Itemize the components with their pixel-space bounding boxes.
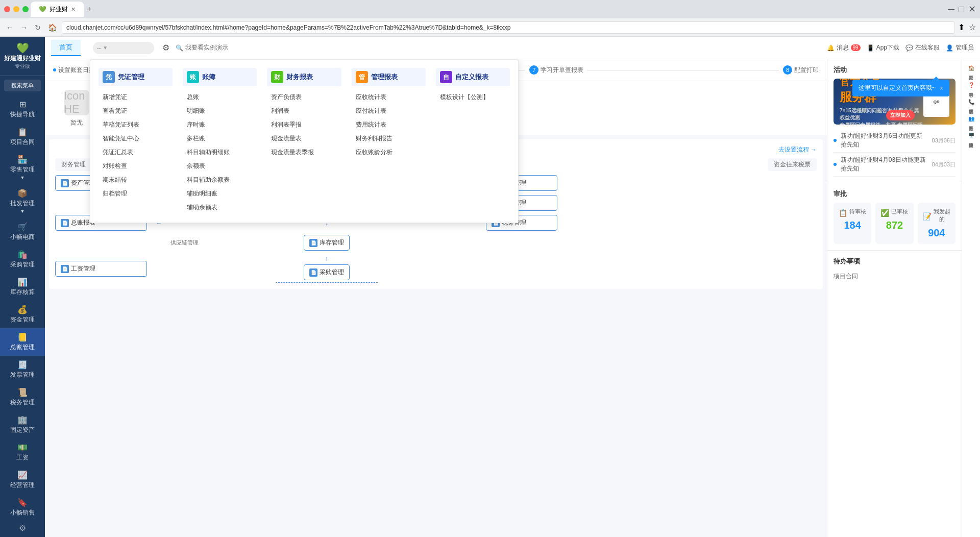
supply-chain-label: 供应链管理 <box>170 239 262 247</box>
bookmark-icon[interactable]: ☆ <box>969 22 976 32</box>
sidebar-item-label: 小畅销售 <box>10 508 35 517</box>
window-max-btn[interactable] <box>22 6 29 12</box>
window-close-btn[interactable] <box>4 6 10 12</box>
menu-item-aux-detail[interactable]: 辅助明细账 <box>183 187 257 201</box>
menu-item-period-close[interactable]: 期末结转 <box>99 173 173 187</box>
sidebar-item-general-ledger[interactable]: 📒 总账管理 <box>0 328 45 356</box>
menu-item-profit-report[interactable]: 财务利润报告 <box>352 132 426 145</box>
sidebar-item-label: 固定资产 <box>10 426 35 434</box>
notification-btn[interactable]: 🔔 消息 99 <box>827 43 861 52</box>
window-restore[interactable]: □ <box>959 4 964 15</box>
header-actions: 🔔 消息 99 📱 App下载 💬 在线客服 👤 管理员 <box>827 43 974 52</box>
menu-item-subject-aux-detail[interactable]: 科目辅助明细账 <box>183 145 257 159</box>
menu-item-balance-sheet[interactable]: 资产负债表 <box>267 90 341 104</box>
menu-item-archive[interactable]: 归档管理 <box>99 187 173 201</box>
window-controls[interactable] <box>4 6 29 12</box>
sidebar-item-finance[interactable]: 💰 资金管理 <box>0 301 45 328</box>
menu-item-new-voucher[interactable]: 新增凭证 <box>99 90 173 104</box>
new-tab-btn[interactable]: + <box>84 5 94 14</box>
pending-header: 📋 待审核 <box>839 208 866 217</box>
news-item-2[interactable]: 新功能|好业财4月03日功能更新抢先知 04月03日 <box>834 153 955 177</box>
window-min-btn[interactable] <box>13 6 19 12</box>
inventory-col: 📄 库存管理 <box>286 235 368 251</box>
sidebar-item-ecommerce[interactable]: 🛒 小畅电商 <box>0 218 45 246</box>
tab-close-btn[interactable]: ✕ <box>71 6 76 13</box>
sidebar-item-small-sales[interactable]: 🔖 小畅销售 <box>0 494 45 519</box>
inventory-mgmt-node[interactable]: 📄 库存管理 <box>304 235 350 251</box>
right-sidebar-desktop[interactable]: 🖥️ 桌面快捷 <box>968 131 974 141</box>
menu-item-cashflow[interactable]: 现金流量表 <box>267 132 341 145</box>
join-btn[interactable]: 立即加入 <box>886 110 915 120</box>
join-label: 立即加入 <box>886 110 915 120</box>
menu-item-income-stmt[interactable]: 利润表 <box>267 104 341 118</box>
purchase-mgmt-node[interactable]: 📄 采购管理 <box>304 264 350 280</box>
tab-home[interactable]: 首页 <box>51 40 81 56</box>
sidebar-item-retail[interactable]: 🏪 零售管理 ▼ <box>0 151 45 184</box>
menu-item-income-quarterly[interactable]: 利润表季报 <box>267 118 341 132</box>
header-search-demo[interactable]: 🔍 我要看实例演示 <box>176 43 228 52</box>
menu-item-cost-stats[interactable]: 费用统计表 <box>352 118 426 132</box>
menu-item-multi-col-ledger[interactable]: 多栏账 <box>183 132 257 145</box>
salary-mgmt-node[interactable]: 📄 工资管理 <box>55 261 147 277</box>
community-icon: 👥 <box>968 116 974 121</box>
menu-item-ap-stats[interactable]: 应付统计表 <box>352 104 426 118</box>
approval-card-approved[interactable]: ✅ 已审核 872 <box>875 203 913 244</box>
sidebar-item-wholesale[interactable]: 📦 批发管理 ▼ <box>0 184 45 218</box>
approval-card-pending[interactable]: 📋 待审核 184 <box>834 203 871 244</box>
window-minimize[interactable]: ─ <box>948 4 954 15</box>
menu-item-draft-voucher[interactable]: 草稿凭证列表 <box>99 118 173 132</box>
right-sidebar-home-settings[interactable]: 🏠 首页设置 <box>968 63 974 74</box>
address-input[interactable] <box>62 21 955 34</box>
menu-item-cashflow-quarterly[interactable]: 现金流量表季报 <box>267 145 341 159</box>
menu-item-ar-stats[interactable]: 应收统计表 <box>352 90 426 104</box>
menu-item-sequence-ledger[interactable]: 序时账 <box>183 118 257 132</box>
menu-item-voucher-summary[interactable]: 凭证汇总表 <box>99 145 173 159</box>
nav-refresh[interactable]: ↻ <box>33 22 43 33</box>
nav-back[interactable]: ← <box>4 22 15 33</box>
app-container: 💚 好建通好业财 专业版 搜索菜单 ⊞ 快捷导航 📋 项目合同 🏪 零售管理 ▼… <box>0 37 980 537</box>
icon-label-1: 暂无 <box>70 118 83 127</box>
sidebar-item-fixed-assets[interactable]: 🏢 固定资产 <box>0 411 45 438</box>
menu-item-ar-aging[interactable]: 应收账龄分析 <box>352 145 426 159</box>
cast-icon[interactable]: ⬆ <box>958 22 965 32</box>
settings-gear-icon[interactable]: ⚙ <box>162 43 169 53</box>
approval-card-my-initiated[interactable]: 📝 我发起的 904 <box>918 203 955 244</box>
online-service-btn[interactable]: 💬 在线客服 <box>905 43 940 52</box>
menu-item-general-ledger[interactable]: 总账 <box>183 90 257 104</box>
goto-flow-link[interactable]: 去设置流程 → <box>778 145 817 154</box>
pending-item[interactable]: 项目合同 <box>834 270 955 283</box>
menu-item-subject-aux-balance[interactable]: 科目辅助余额表 <box>183 173 257 187</box>
news-date-1: 03月06日 <box>932 137 955 144</box>
notify-close-btn[interactable]: × <box>940 85 943 92</box>
user-profile-btn[interactable]: 👤 管理员 <box>946 43 974 52</box>
sidebar-item-purchase[interactable]: 🛍️ 采购管理 <box>0 246 45 273</box>
right-sidebar-hotline[interactable]: 📞 客服热线 <box>968 97 974 108</box>
sidebar-item-invoice[interactable]: 🧾 发票管理 <box>0 356 45 383</box>
menu-item-view-voucher[interactable]: 查看凭证 <box>99 104 173 118</box>
active-tab[interactable]: 💚 好业财 ✕ <box>31 2 84 17</box>
menu-item-balance[interactable]: 余额表 <box>183 159 257 173</box>
nav-home[interactable]: 🏠 <box>46 22 59 33</box>
sidebar-item-tax[interactable]: 📜 税务管理 <box>0 383 45 411</box>
nav-forward[interactable]: → <box>18 22 30 33</box>
menu-item-smart-voucher[interactable]: 智能凭证中心 <box>99 132 173 145</box>
menu-item-detail-ledger[interactable]: 明细账 <box>183 104 257 118</box>
window-close[interactable]: ✕ <box>968 4 976 15</box>
menu-item-template-design[interactable]: 模板设计【公测】 <box>436 90 510 104</box>
sidebar-item-quick-nav[interactable]: ⊞ 快捷导航 <box>0 95 45 123</box>
notification-label: 消息 <box>837 43 849 52</box>
right-sidebar-help[interactable]: ❓ 帮助中心 <box>968 80 974 91</box>
sidebar-item-salary[interactable]: 💵 工资 <box>0 438 45 466</box>
sidebar-item-project-contract[interactable]: 📋 项目合同 <box>0 123 45 151</box>
org-selector[interactable]: -- ▼ <box>93 42 154 54</box>
sidebar-item-operations[interactable]: 📈 经营管理 <box>0 466 45 494</box>
activity-section: 活动 享社群专属权益 官方会员服务群 7×15远程顾问问题咨询 社群全专属权益优… <box>827 59 962 183</box>
menu-item-reconcile[interactable]: 对账检查 <box>99 159 173 173</box>
sidebar-search-btn[interactable]: 搜索菜单 <box>4 80 41 91</box>
news-item-1[interactable]: 新功能|好业财3月6日功能更新抢先知 03月06日 <box>834 129 955 153</box>
right-sidebar-community[interactable]: 👥 服务社区 <box>968 114 974 125</box>
app-download-btn[interactable]: 📱 App下载 <box>867 43 899 52</box>
menu-item-aux-balance[interactable]: 辅助余额表 <box>183 201 257 214</box>
sidebar-settings-btn[interactable]: ⚙ <box>19 524 26 532</box>
sidebar-item-inventory[interactable]: 📊 库存核算 <box>0 273 45 301</box>
